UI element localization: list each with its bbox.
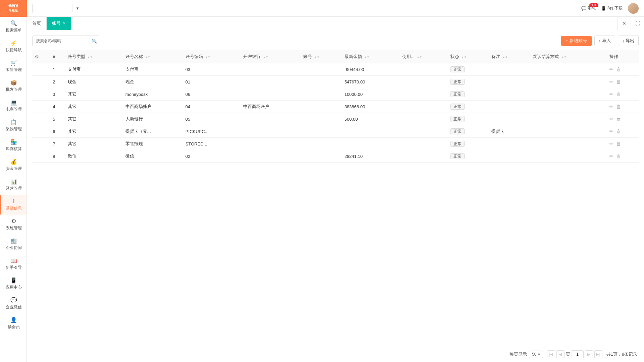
sidebar-item-ecommerce[interactable]: 💻 电商管理 <box>0 96 26 116</box>
sidebar-item-guide[interactable]: 📖 新手引导 <box>0 254 26 274</box>
next-page-button[interactable]: ▶ <box>585 350 593 358</box>
row-actions-cell: ✏🗑 <box>607 101 639 113</box>
topbar-left: ▾ <box>32 4 79 13</box>
sidebar-item-label: 畅会员 <box>8 324 20 330</box>
col-type-label: 账号类型 <box>68 54 85 59</box>
sort-icon-status: ▲▼ <box>461 56 467 59</box>
enterprise-icon: 🏢 <box>10 238 17 244</box>
page-number-input[interactable] <box>572 350 584 358</box>
delete-icon[interactable]: 🗑 <box>616 104 621 109</box>
sidebar-item-system[interactable]: ⚙ 系统管理 <box>0 215 26 234</box>
delete-icon[interactable]: 🗑 <box>616 129 621 134</box>
row-account-no-cell <box>301 76 342 88</box>
delete-icon[interactable]: 🗑 <box>616 141 621 146</box>
sidebar-item-inventory[interactable]: 🏪 库存核算 <box>0 135 26 155</box>
col-default-settle[interactable]: 默认结算方式 ▲▼ <box>530 50 607 63</box>
sidebar-item-retail[interactable]: 🛒 零售管理 <box>0 56 26 76</box>
col-status[interactable]: 状态 ▲▼ <box>448 50 489 63</box>
row-name-cell: 现金 <box>123 76 183 88</box>
row-bank-cell <box>240 125 301 138</box>
col-remark[interactable]: 备注 ▲▼ <box>489 50 530 63</box>
row-remark-cell: 提货卡 <box>489 125 530 138</box>
row-type-cell: 支付宝 <box>65 63 123 76</box>
guide-icon: 📖 <box>10 257 17 264</box>
table-row: 7 其它 零售抵现 STORED... 正常 ✏🗑 <box>32 138 639 150</box>
sidebar-item-shortcut[interactable]: ⚡ 快捷导航 <box>0 37 26 56</box>
topbar-dropdown[interactable]: ▾ <box>76 6 79 11</box>
tab-close-button[interactable]: ✕ <box>63 21 66 25</box>
col-balance[interactable]: 最新余额 ▲▼ <box>342 50 399 63</box>
user-avatar[interactable] <box>628 3 639 14</box>
edit-icon[interactable]: ✏ <box>609 129 613 134</box>
tab-close-action[interactable]: ✕ <box>617 17 631 30</box>
row-status-cell: 正常 <box>448 101 489 113</box>
prev-page-button[interactable]: ◀ <box>556 350 565 358</box>
delete-icon[interactable]: 🗑 <box>616 116 621 122</box>
sort-icon-balance: ▲▼ <box>364 56 370 59</box>
col-name[interactable]: 账号名称 ▲▼ <box>123 50 183 63</box>
sidebar-item-purchase[interactable]: 📋 采购管理 <box>0 116 26 135</box>
operation-icon: 📊 <box>10 178 17 185</box>
row-default-settle-cell <box>530 113 607 125</box>
col-bank[interactable]: 开户银行 ▲▼ <box>240 50 301 63</box>
ecommerce-icon: 💻 <box>10 99 17 106</box>
page-size-select[interactable]: 50 ▾ <box>529 351 543 358</box>
delete-icon[interactable]: 🗑 <box>616 79 621 84</box>
sidebar-item-finance[interactable]: 💰 资金管理 <box>0 155 26 175</box>
delete-icon[interactable]: 🗑 <box>616 67 621 72</box>
search-input[interactable] <box>33 37 90 45</box>
row-account-no-cell <box>301 138 342 150</box>
sidebar-item-wechat[interactable]: 💬 企业微信 <box>0 294 26 313</box>
edit-icon[interactable]: ✏ <box>609 154 613 159</box>
col-usage[interactable]: 使用... ▲▼ <box>399 50 447 63</box>
col-type[interactable]: 账号类型 ▲▼ <box>65 50 123 63</box>
tab-account[interactable]: 账号 ✕ <box>47 17 71 30</box>
delete-icon[interactable]: 🗑 <box>616 92 621 97</box>
col-default-settle-label: 默认结算方式 <box>533 54 559 59</box>
row-settings-cell <box>32 150 50 163</box>
tab-maximize-action[interactable]: ⛶ <box>631 17 644 30</box>
row-name-cell: 中百商场账户 <box>123 101 183 113</box>
first-page-button[interactable]: |◀ <box>547 350 555 358</box>
edit-icon[interactable]: ✏ <box>609 116 613 122</box>
sidebar-item-enterprise[interactable]: 🏢 企业协同 <box>0 234 26 254</box>
export-button[interactable]: ↓ 导出 <box>618 36 639 46</box>
row-status-cell: 正常 <box>448 138 489 150</box>
sidebar-item-label: 电商管理 <box>6 107 22 112</box>
row-actions-cell: ✏🗑 <box>607 88 639 101</box>
edit-icon[interactable]: ✏ <box>609 92 613 97</box>
row-name-cell: 提货卡（零... <box>123 125 183 138</box>
import-button[interactable]: ↑ 导入 <box>594 36 615 46</box>
sidebar-item-wholesale[interactable]: 📦 批发管理 <box>0 76 26 96</box>
edit-icon[interactable]: ✏ <box>609 141 613 146</box>
chevron-down-icon: ▾ <box>76 6 79 11</box>
sidebar-item-app-center[interactable]: 📱 应用中心 <box>0 274 26 294</box>
message-button[interactable]: 💬 消息 99+ <box>581 5 596 11</box>
sidebar-item-search[interactable]: 🔍 搜索菜单 <box>0 17 26 37</box>
search-button[interactable]: 🔍 <box>90 36 99 46</box>
col-settings[interactable]: ⚙ <box>32 50 50 63</box>
edit-icon[interactable]: ✏ <box>609 104 613 109</box>
edit-icon[interactable]: ✏ <box>609 67 613 72</box>
table-row: 3 其它 moneybosx 06 10000.00 正常 ✏🗑 <box>32 88 639 101</box>
row-default-settle-cell <box>530 101 607 113</box>
message-icon: 💬 <box>581 6 586 11</box>
col-account-no[interactable]: 账号 ▲▼ <box>301 50 342 63</box>
app-download-button[interactable]: 📱 App下载 <box>601 5 623 11</box>
sidebar-item-member[interactable]: 👤 畅会员 <box>0 313 26 333</box>
system-icon: ⚙ <box>11 218 16 224</box>
tab-home[interactable]: 首页 <box>27 17 47 30</box>
add-account-button[interactable]: + 新增账号 <box>561 36 592 46</box>
sidebar-item-basic[interactable]: ℹ 基础信息 <box>0 195 26 215</box>
col-code[interactable]: 账号编码 ▲▼ <box>183 50 240 63</box>
table-header: ⚙ # 账号类型 ▲▼ 账号名称 ▲▼ 账号编码 ▲▼ <box>32 50 639 63</box>
delete-icon[interactable]: 🗑 <box>616 154 621 159</box>
row-default-settle-cell <box>530 63 607 76</box>
topbar-search-input[interactable] <box>32 4 72 13</box>
sidebar-item-operation[interactable]: 📊 经营管理 <box>0 175 26 195</box>
sidebar: 畅捷通 乐账版 🔍 搜索菜单 ⚡ 快捷导航 🛒 零售管理 📦 批发管理 💻 电商… <box>0 0 27 362</box>
edit-icon[interactable]: ✏ <box>609 79 613 84</box>
last-page-button[interactable]: ▶| <box>594 350 602 358</box>
pagination: |◀ ◀ 页 ▶ ▶| <box>547 350 602 358</box>
row-status-cell: 正常 <box>448 88 489 101</box>
